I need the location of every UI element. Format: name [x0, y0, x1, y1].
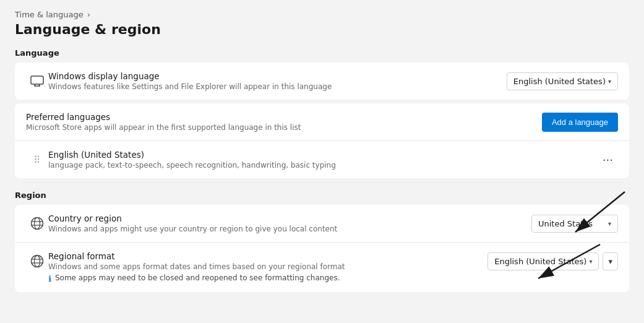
add-language-button[interactable]: Add a language — [542, 113, 618, 132]
regional-format-note-text: Some apps may need to be closed and reop… — [55, 273, 340, 282]
country-region-desc: Windows and apps might use your country … — [48, 225, 531, 233]
english-us-title: English (United States) — [48, 150, 598, 160]
more-options-button[interactable]: ··· — [598, 151, 618, 169]
regional-format-expand-button[interactable]: ▾ — [603, 252, 618, 270]
english-us-desc: language pack, text-to-speech, speech re… — [48, 161, 598, 170]
country-region-value: United States — [538, 219, 593, 228]
country-region-dropdown[interactable]: United States ▾ — [531, 215, 618, 233]
breadcrumb: Time & language › — [15, 10, 629, 19]
monitor-icon — [26, 75, 48, 87]
add-language-action: Add a language — [542, 113, 618, 132]
globe-icon — [26, 217, 48, 230]
preferred-languages-title: Preferred languages — [26, 112, 542, 122]
windows-display-language-desc: Windows features like Settings and File … — [48, 82, 507, 91]
chevron-down-icon: ▾ — [608, 78, 611, 85]
svg-point-9 — [35, 256, 40, 267]
preferred-languages-card: Preferred languages Microsoft Store apps… — [15, 103, 629, 178]
regional-format-action: English (United States) ▾ ▾ — [487, 252, 618, 270]
language-section-label: Language — [15, 48, 629, 58]
svg-point-5 — [35, 218, 40, 230]
windows-display-language-card: Windows display language Windows feature… — [15, 62, 629, 100]
svg-rect-0 — [31, 76, 43, 84]
country-region-content: Country or region Windows and apps might… — [48, 213, 531, 233]
regional-format-desc: Windows and some apps format dates and t… — [48, 262, 487, 271]
preferred-languages-content: Preferred languages Microsoft Store apps… — [26, 112, 542, 132]
windows-display-language-title: Windows display language — [48, 71, 507, 81]
breadcrumb-parent[interactable]: Time & language — [15, 10, 84, 19]
country-region-title: Country or region — [48, 213, 531, 223]
windows-display-language-content: Windows display language Windows feature… — [48, 71, 507, 91]
regional-format-content: Regional format Windows and some apps fo… — [48, 251, 487, 271]
breadcrumb-separator: › — [87, 10, 90, 19]
info-icon: ℹ — [48, 274, 51, 283]
page-title: Language & region — [15, 22, 629, 37]
chevron-down-icon: ▾ — [608, 220, 611, 227]
windows-display-language-action: English (United States) ▾ — [507, 72, 618, 90]
region-section-label: Region — [15, 191, 629, 200]
drag-handle-icon: ⠿ — [26, 154, 48, 166]
preferred-languages-desc: Microsoft Store apps will appear in the … — [26, 123, 542, 132]
svg-point-4 — [32, 218, 43, 230]
regional-format-note: ℹ Some apps may need to be closed and re… — [48, 273, 618, 283]
country-region-action: United States ▾ — [531, 215, 618, 233]
english-us-action: ··· — [598, 151, 618, 169]
regional-format-title: Regional format — [48, 251, 487, 261]
english-us-content: English (United States) language pack, t… — [48, 150, 598, 170]
windows-display-language-dropdown[interactable]: English (United States) ▾ — [507, 72, 618, 90]
windows-display-language-value: English (United States) — [513, 77, 606, 86]
region-card: Country or region Windows and apps might… — [15, 205, 629, 292]
regional-format-icon — [26, 254, 48, 268]
regional-format-value: English (United States) — [494, 257, 586, 266]
regional-format-dropdown[interactable]: English (United States) ▾ — [487, 252, 599, 270]
chevron-down-icon: ▾ — [589, 258, 592, 265]
